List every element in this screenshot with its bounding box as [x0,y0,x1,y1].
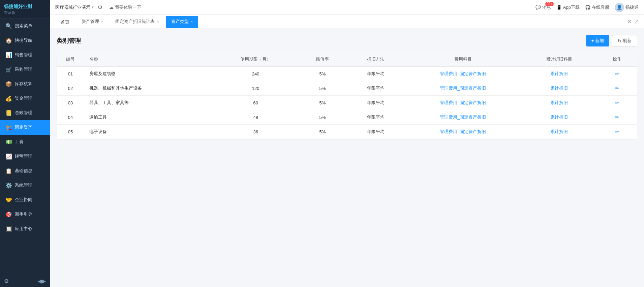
col-header-6: 累计折旧科目 [521,52,597,67]
refresh-label: 刷新 [623,38,632,44]
nav-label-quick-nav: 快捷导航 [15,37,32,43]
nav-icon-purchase: 🛒 [5,66,12,73]
try-button[interactable]: ☁ 我要体验一下 [106,3,144,12]
nav-icon-quick-nav: 🏠 [5,37,12,44]
cell-2-6[interactable]: 累计折旧 [521,96,597,110]
cell-4-7[interactable]: ✏ [597,125,637,139]
nav-icon-guide: 🎯 [5,211,12,218]
cell-3-1: 运输工具 [84,110,213,125]
message-badge: 99+ [545,2,554,6]
cell-1-6[interactable]: 累计折旧 [521,81,597,96]
cell-3-5[interactable]: 管理费用_固定资产折旧 [405,110,521,125]
sidebar-item-quick-nav[interactable]: 🏠快捷导航 [0,33,50,48]
cell-4-6[interactable]: 累计折旧 [521,125,597,139]
nav-label-basic-info: 基础信息 [15,168,32,174]
nav-icon-app-center: 🔲 [5,226,12,232]
cell-2-2: 60 [213,96,298,110]
cell-0-7[interactable]: ✏ [597,67,637,81]
nav-label-capital: 资金管理 [15,95,32,101]
nav-label-sales: 销售管理 [15,52,32,58]
cell-2-5[interactable]: 管理费用_固定资产折旧 [405,96,521,110]
sidebar-item-capital[interactable]: 💰资金管理 [0,91,50,106]
tabbar-actions: ✕ ⤢ [627,18,639,25]
data-table: 编号名称使用期限（月）残值率折旧方法费用科目累计折旧科目操作 01房屋及建筑物2… [57,52,637,139]
nav-icon-system: ⚙️ [5,182,12,189]
message-icon: 💬 [535,5,541,10]
nav-icon-fixed-assets: 🏗️ [5,124,12,131]
sidebar-item-payroll[interactable]: 💵工资 [0,135,50,149]
close-tab-1[interactable]: × [101,20,103,24]
new-button[interactable]: + 新增 [586,35,609,46]
logo-title: 畅捷通好业财 [4,3,32,10]
cell-3-7[interactable]: ✏ [597,110,637,125]
tab-label-0: 首页 [61,19,69,25]
expand-icon[interactable]: ⤢ [634,18,639,25]
user-profile[interactable]: 👤 畅捷通 [615,3,639,12]
col-header-1: 名称 [84,52,213,67]
cell-1-7[interactable]: ✏ [597,81,637,96]
sidebar-item-sales[interactable]: 📊销售管理 [0,48,50,62]
cell-3-6[interactable]: 累计折旧 [521,110,597,125]
tab-0[interactable]: 首页 [55,17,75,28]
sidebar-item-inventory[interactable]: 📦库存核算 [0,77,50,91]
col-header-2: 使用期限（月） [213,52,298,67]
sidebar-item-system[interactable]: ⚙️系统管理 [0,178,50,193]
app-download-label: App下载 [563,4,580,10]
online-service-btn[interactable]: 🎧 在线客服 [585,4,609,10]
settings-button[interactable]: ⚙ [96,3,104,12]
cell-4-1: 电子设备 [84,125,213,139]
nav-icon-capital: 💰 [5,95,12,102]
sidebar-item-purchase[interactable]: 🛒采购管理 [0,62,50,77]
try-label: 我要体验一下 [115,4,141,10]
topbar-right: 💬 消息 99+ 📱 App下载 🎧 在线客服 👤 畅捷通 [535,3,639,12]
chevron-down-icon: ▾ [92,5,94,9]
cell-4-5[interactable]: 管理费用_固定资产折旧 [405,125,521,139]
cell-3-2: 48 [213,110,298,125]
settings-icon[interactable]: ⚙ [4,278,9,284]
close-tab-icon[interactable]: ✕ [627,18,632,25]
logo-sub: 普及版 [4,10,15,15]
message-btn[interactable]: 💬 消息 99+ [535,4,551,10]
table-row: 04运输工具485%年限平均管理费用_固定资产折旧累计折旧✏ [57,110,637,125]
sidebar-logo: 畅捷通好业财 普及版 [0,0,50,19]
tab-label-3: 资产类型 [171,19,189,25]
cell-0-6[interactable]: 累计折旧 [521,67,597,81]
cell-2-7[interactable]: ✏ [597,96,637,110]
cell-0-5[interactable]: 管理费用_固定资产折旧 [405,67,521,81]
page-header: 类别管理 + 新增 ↻ 刷新 [57,35,637,46]
table-row: 03器具、工具、家具等605%年限平均管理费用_固定资产折旧累计折旧✏ [57,96,637,110]
close-tab-3[interactable]: × [191,20,193,24]
col-header-0: 编号 [57,52,84,67]
sidebar-item-operations[interactable]: 📈经营管理 [0,149,50,164]
category-table: 编号名称使用期限（月）残值率折旧方法费用科目累计折旧科目操作 01房屋及建筑物2… [57,52,637,139]
nav-label-fixed-assets: 固定资产 [15,124,32,130]
app-download-btn[interactable]: 📱 App下载 [556,4,580,10]
sidebar-item-fixed-assets[interactable]: 🏗️固定资产 [0,120,50,135]
sidebar: 畅捷通好业财 普及版 🔍搜索菜单🏠快捷导航📊销售管理🛒采购管理📦库存核算💰资金管… [0,0,50,287]
cell-2-0: 03 [57,96,84,110]
sidebar-item-ledger[interactable]: 📒总账管理 [0,106,50,120]
sidebar-nav: 🔍搜索菜单🏠快捷导航📊销售管理🛒采购管理📦库存核算💰资金管理📒总账管理🏗️固定资… [0,19,50,275]
sidebar-item-basic-info[interactable]: 📋基础信息 [0,164,50,178]
nav-icon-collab: 🤝 [5,197,12,203]
cell-2-4: 年限平均 [347,96,405,110]
refresh-button[interactable]: ↻ 刷新 [612,35,637,46]
refresh-icon: ↻ [618,38,621,43]
sidebar-item-search[interactable]: 🔍搜索菜单 [0,19,50,33]
company-selector[interactable]: 医疗器械行业演示 ▾ [55,4,94,10]
sidebar-item-guide[interactable]: 🎯新手引导 [0,207,50,222]
collapse-icon[interactable]: ◀▶ [38,278,46,284]
cell-3-0: 04 [57,110,84,125]
tab-3[interactable]: 资产类型× [166,16,198,28]
tab-2[interactable]: 固定资产折旧统计表× [110,16,164,28]
cell-0-4: 年限平均 [347,67,405,81]
nav-icon-basic-info: 📋 [5,168,12,174]
sidebar-item-collab[interactable]: 🤝企业协同 [0,193,50,207]
close-tab-2[interactable]: × [157,20,159,24]
online-service-label: 在线客服 [592,4,609,10]
cell-2-1: 器具、工具、家具等 [84,96,213,110]
cell-1-5[interactable]: 管理费用_固定资产折旧 [405,81,521,96]
sidebar-item-app-center[interactable]: 🔲应用中心 [0,222,50,236]
tab-1[interactable]: 资产管理× [76,16,109,28]
cell-4-3: 5% [298,125,347,139]
